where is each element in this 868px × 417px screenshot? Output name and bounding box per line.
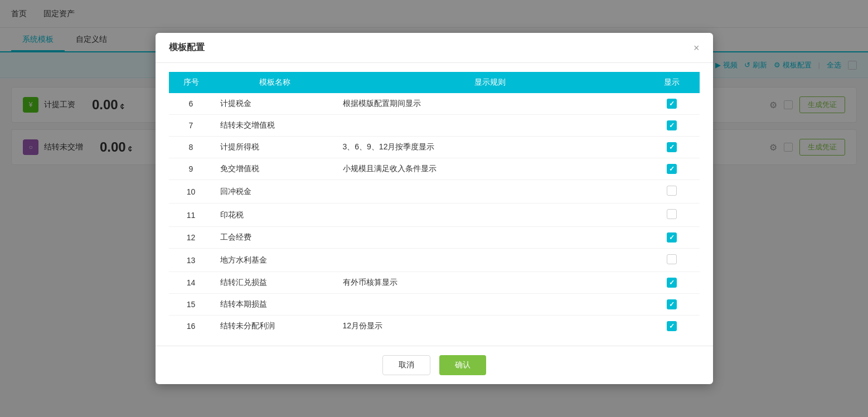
row-name: 结转未交增值税 [214,115,336,137]
col-header-id: 序号 [169,72,214,93]
table-header-row: 序号 模板名称 显示规则 显示 [169,72,700,93]
modal-footer: 取消 确认 [156,346,713,384]
row-rule [336,203,644,227]
col-header-display: 显示 [644,72,700,93]
row-rule [336,227,644,249]
row-rule: 根据模版配置期间显示 [336,93,644,115]
row-id: 15 [169,294,214,316]
row-name: 回冲税金 [214,180,336,203]
row-display-cell [644,158,700,180]
table-row: 11印花税 [169,203,700,227]
row-display-cell [644,203,700,227]
table-row: 9免交增值税小规模且满足收入条件显示 [169,158,700,180]
row-rule [336,180,644,203]
row-display-cell [644,294,700,316]
table-head: 序号 模板名称 显示规则 显示 [169,72,700,93]
col-header-name: 模板名称 [214,72,336,93]
row-rule: 小规模且满足收入条件显示 [336,158,644,180]
row-id: 16 [169,316,214,337]
table-row: 14结转汇兑损益有外币核算显示 [169,272,700,294]
modal-overlay: 模板配置 × 序号 模板名称 显示规则 显示 6计提税金根据模版配置期间显示7结… [0,0,868,417]
table-row: 15结转本期损益 [169,294,700,316]
row-checkbox[interactable] [667,299,677,309]
row-rule [336,249,644,272]
row-display-cell [644,180,700,203]
row-checkbox[interactable] [667,99,677,109]
row-checkbox[interactable] [667,209,677,219]
row-rule [336,294,644,316]
row-name: 工会经费 [214,227,336,249]
row-checkbox[interactable] [667,232,677,243]
row-name: 结转汇兑损益 [214,272,336,294]
row-name: 免交增值税 [214,158,336,180]
row-id: 12 [169,227,214,249]
row-checkbox[interactable] [667,254,677,264]
table-row: 7结转未交增值税 [169,115,700,137]
confirm-button[interactable]: 确认 [439,355,486,375]
row-display-cell [644,137,700,158]
row-name: 地方水利基金 [214,249,336,272]
table-row: 12工会经费 [169,227,700,249]
row-rule [336,115,644,137]
row-checkbox[interactable] [667,321,677,331]
row-display-cell [644,93,700,115]
modal-header: 模板配置 × [156,33,713,63]
row-rule: 3、6、9、12月按季度显示 [336,137,644,158]
row-display-cell [644,227,700,249]
row-id: 9 [169,158,214,180]
row-display-cell [644,249,700,272]
row-id: 14 [169,272,214,294]
row-name: 印花税 [214,203,336,227]
row-checkbox[interactable] [667,278,677,288]
row-checkbox[interactable] [667,120,677,130]
row-id: 7 [169,115,214,137]
row-checkbox[interactable] [667,164,677,174]
row-id: 11 [169,203,214,227]
row-checkbox[interactable] [667,142,677,152]
modal-body: 序号 模板名称 显示规则 显示 6计提税金根据模版配置期间显示7结转未交增值税8… [156,63,713,346]
row-id: 8 [169,137,214,158]
row-rule: 12月份显示 [336,316,644,337]
row-id: 10 [169,180,214,203]
row-name: 结转本期损益 [214,294,336,316]
table-row: 8计提所得税3、6、9、12月按季度显示 [169,137,700,158]
row-id: 13 [169,249,214,272]
cancel-button[interactable]: 取消 [382,355,430,375]
modal-close-button[interactable]: × [694,43,700,53]
row-display-cell [644,316,700,337]
row-id: 6 [169,93,214,115]
row-name: 计提所得税 [214,137,336,158]
table-row: 10回冲税金 [169,180,700,203]
row-name: 结转未分配利润 [214,316,336,337]
table-row: 13地方水利基金 [169,249,700,272]
row-display-cell [644,115,700,137]
modal-title: 模板配置 [169,42,205,54]
table-row: 6计提税金根据模版配置期间显示 [169,93,700,115]
row-checkbox[interactable] [667,186,677,196]
row-name: 计提税金 [214,93,336,115]
table-body: 6计提税金根据模版配置期间显示7结转未交增值税8计提所得税3、6、9、12月按季… [169,93,700,337]
col-header-rule: 显示规则 [336,72,644,93]
row-display-cell [644,272,700,294]
table-row: 16结转未分配利润12月份显示 [169,316,700,337]
config-table: 序号 模板名称 显示规则 显示 6计提税金根据模版配置期间显示7结转未交增值税8… [169,72,700,337]
template-config-modal: 模板配置 × 序号 模板名称 显示规则 显示 6计提税金根据模版配置期间显示7结… [156,33,713,384]
row-rule: 有外币核算显示 [336,272,644,294]
